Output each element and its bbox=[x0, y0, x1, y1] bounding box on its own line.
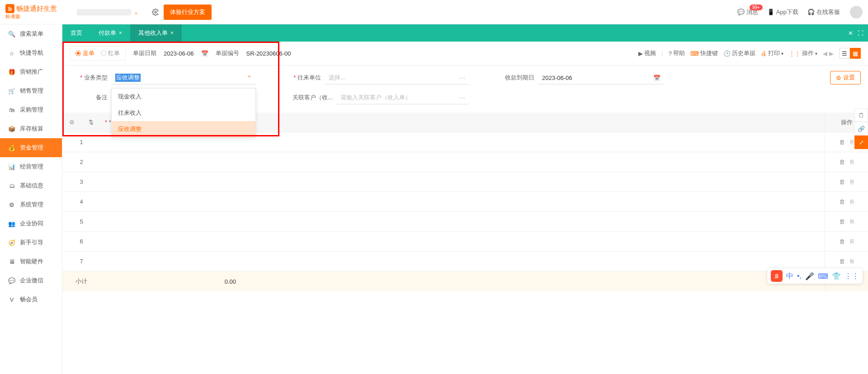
sidebar-item-inventory[interactable]: 📦库存核算 bbox=[0, 119, 62, 138]
delete-icon[interactable]: 🗑 bbox=[839, 198, 845, 205]
copy-icon[interactable]: ⎘ bbox=[850, 178, 854, 185]
sidebar-item-purchase[interactable]: 🛍采购管理 bbox=[0, 100, 62, 119]
radio-blue[interactable]: 蓝单 bbox=[75, 49, 94, 57]
view-card-button[interactable]: ▦ bbox=[850, 48, 861, 59]
subtotal-value: 0.00 bbox=[100, 278, 241, 285]
delete-icon[interactable]: 🗑 bbox=[839, 238, 845, 245]
sidebar-item-finance[interactable]: 💰资金管理 bbox=[0, 138, 62, 157]
due-date-label: 收款到期日 bbox=[496, 74, 534, 82]
copy-icon[interactable]: ⎘ bbox=[850, 218, 854, 225]
biz-type-option[interactable]: 应收调整 bbox=[112, 121, 255, 137]
radio-icon bbox=[101, 51, 106, 56]
chat-icon: 💬 bbox=[737, 9, 745, 15]
next-icon[interactable]: ▶ bbox=[829, 50, 834, 57]
table-row[interactable]: 4 bbox=[62, 192, 825, 212]
money-icon: 💰 bbox=[8, 145, 15, 151]
trial-button[interactable]: 体验行业方案 bbox=[164, 5, 212, 20]
tab-expand-icon[interactable]: ⛶ bbox=[858, 30, 863, 37]
history-link[interactable]: 🕑历史单据 bbox=[723, 49, 755, 57]
copy-icon[interactable]: ⎘ bbox=[850, 258, 854, 265]
tab-close-all-icon[interactable]: ✕ bbox=[848, 30, 853, 37]
messages-badge: 99+ bbox=[750, 5, 763, 10]
table-row[interactable]: 5 bbox=[62, 212, 825, 232]
messages-link[interactable]: 💬 消息 99+ bbox=[737, 8, 758, 16]
table-row[interactable]: 3 bbox=[62, 172, 825, 192]
copy-icon[interactable]: ⎘ bbox=[850, 238, 854, 245]
sidebar-item-hardware[interactable]: 🖥智能硬件 bbox=[0, 252, 62, 271]
delete-icon[interactable]: 🗑 bbox=[839, 139, 845, 145]
rel-customer-input[interactable]: 请输入关联客户（收入单） ⋯ bbox=[336, 91, 469, 104]
ime-skin-icon[interactable]: 👕 bbox=[832, 272, 841, 280]
sidebar-item-system[interactable]: ⚙系统管理 bbox=[0, 195, 62, 214]
ime-menu-icon[interactable]: ⋮⋮ bbox=[844, 272, 859, 280]
print-link[interactable]: 🖨打印▾ bbox=[761, 49, 783, 57]
video-link[interactable]: ▶视频 bbox=[638, 49, 656, 57]
copy-icon[interactable]: ⎘ bbox=[850, 159, 854, 165]
ime-punct-icon[interactable]: •, bbox=[797, 272, 802, 280]
close-icon[interactable]: × bbox=[170, 30, 174, 36]
sidebar-item-quicknav[interactable]: ⌂快捷导航 bbox=[0, 43, 62, 62]
sidebar-item-basedata[interactable]: 🗂基础信息 bbox=[0, 176, 62, 195]
tab-payment[interactable]: 付款单× bbox=[90, 24, 130, 42]
ime-lang[interactable]: 中 bbox=[786, 271, 793, 281]
ime-logo-icon[interactable]: S bbox=[771, 270, 783, 282]
bag-icon: 🛍 bbox=[8, 107, 15, 113]
sidebar-item-collab[interactable]: 👥企业协同 bbox=[0, 214, 62, 233]
shortcut-link[interactable]: ⌨快捷键 bbox=[690, 49, 718, 57]
company-selector[interactable]: ⌄ bbox=[68, 9, 147, 15]
avatar[interactable] bbox=[850, 6, 863, 19]
folder-icon: 🗂 bbox=[8, 182, 15, 189]
operate-icon: ⋮⋮ bbox=[789, 50, 801, 57]
doc-date-label: 单据日期 bbox=[133, 49, 156, 57]
brand-edition: 标准版 bbox=[5, 13, 68, 20]
link-tool-icon[interactable]: 🔗 bbox=[854, 122, 868, 136]
expand-tool-icon[interactable]: ⤢ bbox=[854, 136, 868, 149]
radio-red[interactable]: 红单 bbox=[101, 49, 120, 57]
detail-table: ⚙ ⇅ * * 收 1 2 3 4 5 6 7 小计 0.00 bbox=[62, 112, 868, 374]
sort-icon[interactable]: ⇅ bbox=[81, 119, 100, 126]
ime-mic-icon[interactable]: 🎤 bbox=[805, 272, 814, 280]
sidebar-item-member[interactable]: V畅会员 bbox=[0, 290, 62, 309]
biz-type-option[interactable]: 现金收入 bbox=[112, 89, 255, 105]
copy-icon[interactable]: ⎘ bbox=[850, 198, 854, 205]
delete-icon[interactable]: 🗑 bbox=[839, 178, 845, 185]
biz-type-option[interactable]: 往来收入 bbox=[112, 105, 255, 121]
table-config-icon[interactable]: ⚙ bbox=[62, 119, 81, 126]
note-tool-icon[interactable]: 🗒 bbox=[854, 108, 868, 122]
app-download-link[interactable]: 📱 App下载 bbox=[767, 8, 798, 16]
brand-icon: b bbox=[5, 4, 14, 13]
operate-link[interactable]: ⋮⋮操作▾ bbox=[789, 49, 817, 57]
sidebar-item-sales[interactable]: 🛒销售管理 bbox=[0, 81, 62, 100]
gift-icon: 🎁 bbox=[8, 69, 15, 75]
float-tools: 🗒 🔗 ⤢ bbox=[854, 108, 868, 149]
table-row[interactable]: 7 bbox=[62, 252, 825, 271]
help-link[interactable]: ?帮助 bbox=[669, 49, 685, 57]
table-row[interactable]: 2 bbox=[62, 152, 825, 172]
tab-home[interactable]: 首页 bbox=[62, 24, 90, 42]
close-icon[interactable]: × bbox=[119, 30, 122, 36]
partner-select[interactable]: 选择... ⋯ bbox=[325, 71, 469, 84]
ime-keyboard-icon[interactable]: ⌨ bbox=[818, 272, 828, 280]
support-link[interactable]: 🎧 在线客服 bbox=[807, 8, 840, 16]
sidebar-item-search[interactable]: 🔍搜索菜单 bbox=[0, 24, 62, 43]
settings-button[interactable]: ⚙设置 bbox=[830, 71, 861, 84]
tab-other-income[interactable]: 其他收入单× bbox=[130, 24, 182, 42]
copy-icon[interactable]: ⎘ bbox=[850, 139, 854, 145]
sidebar-item-operations[interactable]: 📊经营管理 bbox=[0, 157, 62, 176]
sidebar-item-marketing[interactable]: 🎁营销推广 bbox=[0, 62, 62, 81]
calendar-icon[interactable]: 📅 bbox=[201, 50, 208, 57]
box-icon: 📦 bbox=[8, 126, 15, 132]
delete-icon[interactable]: 🗑 bbox=[839, 218, 845, 225]
help-icon: ? bbox=[669, 50, 672, 57]
table-row[interactable]: 6 bbox=[62, 232, 825, 252]
delete-icon[interactable]: 🗑 bbox=[839, 159, 845, 165]
sidebar-item-guide[interactable]: 🧭新手引导 bbox=[0, 233, 62, 252]
prev-icon[interactable]: ◀ bbox=[823, 50, 827, 57]
biz-type-select[interactable]: 应收调整 ⌃ bbox=[111, 71, 256, 84]
sidebar-item-wechat[interactable]: 💬企业微信 bbox=[0, 271, 62, 290]
delete-icon[interactable]: 🗑 bbox=[839, 258, 845, 265]
view-list-button[interactable]: ☰ bbox=[839, 48, 850, 59]
due-date-input[interactable]: 2023-06-06 📅 bbox=[538, 71, 665, 84]
doc-date-value[interactable]: 2023-06-06 bbox=[164, 50, 194, 57]
gear-icon[interactable] bbox=[152, 9, 159, 16]
